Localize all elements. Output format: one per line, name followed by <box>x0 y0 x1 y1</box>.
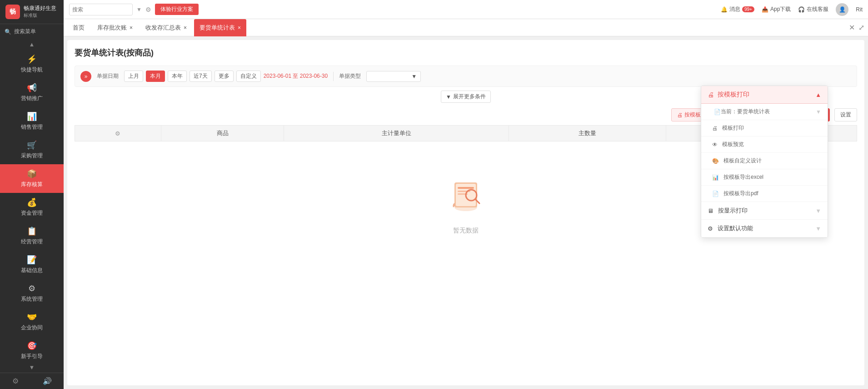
dropdown-item-export-pdf[interactable]: 📄 按模板导出pdf <box>701 186 828 202</box>
app-download-label: App下载 <box>770 5 791 13</box>
template-print-dropdown: 🖨 按模板打印 ▲ 📄 当前：要货单统计表 ▼ 🖨 模板打印 👁 模板预览 🎨 <box>701 86 828 238</box>
topbar-gear-icon[interactable]: ⚙ <box>145 6 151 13</box>
date-btn-custom[interactable]: 自定义 <box>236 71 261 82</box>
sidebar-item-label: 经营管理 <box>21 238 43 246</box>
tab-home[interactable]: 首页 <box>67 19 90 36</box>
sidebar-item-label: 资金管理 <box>21 209 43 217</box>
tabbar-right: ✕ ⤢ <box>849 23 864 32</box>
tab-home-label: 首页 <box>73 24 85 32</box>
expand-conditions-label: 展开更多条件 <box>453 93 486 101</box>
sidebar-item-sales[interactable]: 📊 销售管理 <box>0 107 64 136</box>
sidebar-item-basic-info[interactable]: 📝 基础信息 <box>0 250 64 279</box>
tab-receipt-summary-label: 收发存汇总表 <box>145 24 181 32</box>
type-select-arrow: ▼ <box>411 73 417 80</box>
sidebar-item-purchase[interactable]: 🛒 采购管理 <box>0 136 64 164</box>
notifications-badge: 99+ <box>742 6 754 12</box>
app-name: 畅康通好生意 <box>24 5 56 12</box>
set-default-label: 设置默认功能 <box>718 224 753 232</box>
filter-expand-button[interactable]: » <box>80 71 91 82</box>
tab-inventory-batch-label: 库存批次账 <box>97 24 127 32</box>
export-excel-icon: 📊 <box>712 174 719 181</box>
dropdown-current-template[interactable]: 📄 当前：要货单统计表 ▼ <box>701 104 828 120</box>
sidebar-item-label: 快捷导航 <box>21 66 43 74</box>
operations-icon: 📋 <box>27 226 37 236</box>
date-btn-this-month[interactable]: 本月 <box>146 71 165 82</box>
sidebar-item-finance[interactable]: 💰 资金管理 <box>0 193 64 222</box>
date-btn-7days[interactable]: 近7天 <box>190 71 212 82</box>
filter-separator <box>333 72 334 81</box>
app-download-item[interactable]: 📥 App下载 <box>762 5 791 13</box>
system-icon: ⚙ <box>28 283 35 293</box>
current-template-icon: 📄 <box>714 109 721 115</box>
speaker-bottom-icon[interactable]: 🔊 <box>43 377 52 385</box>
tab-order-stats-close[interactable]: × <box>238 25 241 31</box>
dropdown-item-template-print[interactable]: 🖨 模板打印 <box>701 120 828 136</box>
avatar[interactable]: 👤 <box>836 3 848 16</box>
topbar-dropdown-icon[interactable]: ▼ <box>136 6 142 13</box>
tab-inventory-batch-close[interactable]: × <box>130 25 133 31</box>
tabbar: 首页 库存批次账 × 收发存汇总表 × 要货单统计表 × ✕ ⤢ <box>64 19 868 36</box>
date-btn-this-year[interactable]: 本年 <box>168 71 187 82</box>
dropdown-item-export-excel[interactable]: 📊 按模板导出excel <box>701 169 828 186</box>
tab-order-stats-label: 要货单统计表 <box>200 24 235 32</box>
newcomer-icon: 🎯 <box>27 341 37 351</box>
filter-bar: » 单据日期 上月 本月 本年 近7天 更多 自定义 2023-06-01 至 … <box>75 66 857 87</box>
quick-nav-icon: ⚡ <box>27 54 37 64</box>
notifications-item[interactable]: 🔔 消息 99+ <box>721 5 754 13</box>
search-icon: 🔍 <box>5 29 11 35</box>
download-icon: 📥 <box>762 6 768 13</box>
logo-icon: 畅 <box>5 5 20 19</box>
date-range-text: 2023-06-01 至 2023-06-30 <box>264 72 328 80</box>
sidebar-item-newcomer[interactable]: 🎯 新手引导 <box>0 336 64 362</box>
search-menu-label: 搜索菜单 <box>14 28 36 35</box>
dropdown-item-template-design[interactable]: 🎨 模板自定义设计 <box>701 153 828 169</box>
settings-btn[interactable]: 设置 <box>834 108 857 121</box>
col-product: 商品 <box>161 126 284 141</box>
printer-icon: 🖨 <box>677 112 683 118</box>
sidebar-scroll-up[interactable]: ▲ <box>0 39 64 50</box>
sidebar-item-enterprise[interactable]: 🤝 企业协同 <box>0 308 64 336</box>
finance-icon: 💰 <box>27 197 37 207</box>
sidebar-item-marketing[interactable]: 📢 营销推广 <box>0 78 64 107</box>
svg-rect-3 <box>458 187 474 189</box>
date-btn-last-month[interactable]: 上月 <box>124 71 143 82</box>
marketing-icon: 📢 <box>27 83 37 93</box>
expand-icon: ▼ <box>446 94 451 100</box>
sidebar-item-label: 新手引导 <box>21 353 43 360</box>
template-preview-label: 模板预览 <box>722 141 744 148</box>
set-default-arrow: ▼ <box>815 225 821 232</box>
expand-conditions-btn[interactable]: ▼ 展开更多条件 <box>441 91 491 103</box>
dropdown-close-arrow[interactable]: ▲ <box>815 91 821 98</box>
col-settings[interactable]: ⚙ <box>75 126 161 141</box>
sidebar-bottom: ⚙ 🔊 <box>0 373 64 389</box>
template-print-item-icon: 🖨 <box>712 125 718 131</box>
dropdown-item-display-print[interactable]: 🖥 按显示打印 ▼ <box>701 202 828 220</box>
date-btn-more[interactable]: 更多 <box>215 71 234 82</box>
sidebar-item-inventory[interactable]: 📦 库存核算 <box>0 164 64 193</box>
sidebar-item-system[interactable]: ⚙ 系统管理 <box>0 279 64 308</box>
online-service-label: 在线客服 <box>807 5 828 13</box>
search-menu[interactable]: 🔍 搜索菜单 <box>0 24 64 39</box>
settings-label: 设置 <box>840 111 851 119</box>
type-filter-select[interactable]: ▼ <box>366 71 421 82</box>
dropdown-item-template-preview[interactable]: 👁 模板预览 <box>701 136 828 153</box>
tab-receipt-summary[interactable]: 收发存汇总表 × <box>140 19 192 36</box>
sidebar-item-label: 基础信息 <box>21 267 43 274</box>
tabbar-close-icon[interactable]: ✕ <box>849 23 855 32</box>
tab-receipt-summary-close[interactable]: × <box>184 25 187 31</box>
inventory-icon: 📦 <box>27 169 37 179</box>
experience-btn[interactable]: 体验行业方案 <box>155 4 199 15</box>
username: Rit <box>856 6 863 13</box>
tab-inventory-batch[interactable]: 库存批次账 × <box>92 19 138 36</box>
online-service-item[interactable]: 🎧 在线客服 <box>798 5 828 13</box>
sidebar-item-operations[interactable]: 📋 经营管理 <box>0 222 64 250</box>
tab-order-stats[interactable]: 要货单统计表 × <box>194 19 246 36</box>
sidebar-item-quick-nav[interactable]: ⚡ 快捷导航 <box>0 50 64 78</box>
topbar-search-input[interactable] <box>69 4 133 15</box>
table-settings-icon[interactable]: ⚙ <box>115 130 120 137</box>
tabbar-expand-icon[interactable]: ⤢ <box>858 23 864 32</box>
sidebar-scroll-down[interactable]: ▼ <box>0 362 64 373</box>
dropdown-item-set-default[interactable]: ⚙ 设置默认功能 ▼ <box>701 220 828 237</box>
sidebar-item-label: 系统管理 <box>21 295 43 303</box>
settings-bottom-icon[interactable]: ⚙ <box>12 377 19 385</box>
